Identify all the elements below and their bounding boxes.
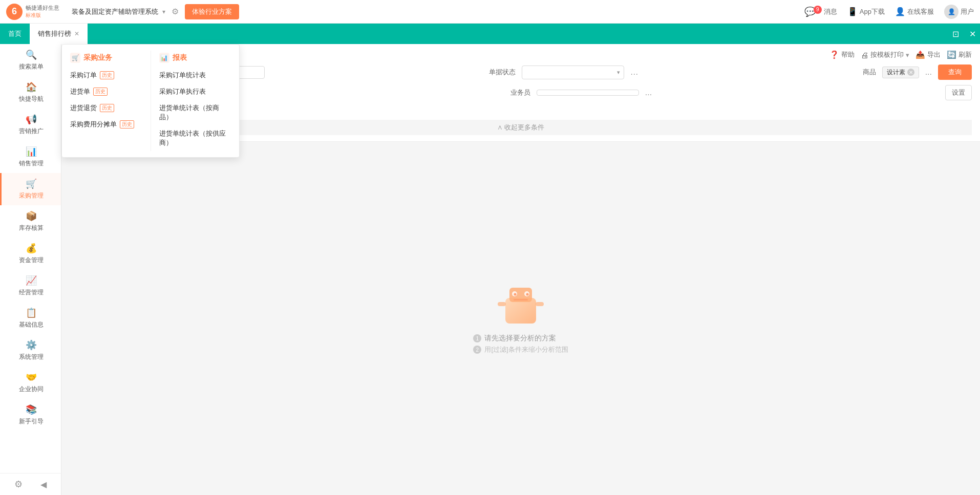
phone-icon: 📱 — [847, 7, 858, 16]
history-badge-1: 历史 — [93, 88, 108, 96]
sidebar-bottom: ⚙ ◀ — [0, 473, 61, 495]
report-col: 📊 报表 采购订单统计表 采购订单执行表 进货单统计表（按商品） 进货单统计表（… — [151, 51, 240, 151]
guide-icon: 📚 — [26, 404, 37, 415]
home-icon: 🏠 — [26, 81, 37, 93]
purchase-section-title-label: 采购业务 — [83, 53, 112, 62]
dropdown-item-incoming[interactable]: 进货单 历史 — [66, 83, 146, 100]
dropdown-item-incoming-return[interactable]: 进货退货 历史 — [66, 100, 146, 116]
doc-status-dots[interactable]: … — [630, 68, 638, 77]
empty-hint-1-text: 请先选择要分析的方案 — [484, 334, 556, 343]
empty-state: 1 请先选择要分析的方案 2 用[过滤]条件来缩小分析范围 — [61, 142, 980, 495]
sidebar-item-fund[interactable]: 💰 资金管理 — [0, 238, 61, 270]
sidebar-item-quick-nav[interactable]: 🏠 快捷导航 — [0, 76, 61, 109]
logo-area: 6 畅捷通好生意 标准版 — [6, 4, 68, 20]
empty-illustration — [495, 283, 546, 329]
sidebar-item-guide-label: 新手引导 — [19, 417, 44, 426]
notification-area[interactable]: 💬 9 消息 — [804, 6, 837, 17]
print-label: 按模板打印 — [870, 50, 904, 59]
sidebar-item-purchase-label: 采购管理 — [19, 191, 44, 200]
query-button[interactable]: 查询 — [938, 64, 972, 80]
system-title: 装备及固定资产辅助管理系统 — [72, 7, 158, 16]
print-button[interactable]: 🖨 按模板打印 ▾ — [861, 50, 909, 59]
purchase-expense-label: 采购费用分摊单 — [70, 120, 117, 129]
salesman-label: 业务员 — [510, 88, 530, 97]
system-icon: ⚙️ — [26, 339, 37, 351]
incoming-return-label: 进货退货 — [70, 103, 97, 113]
report-2-label: 进货单统计表（按商品） — [159, 103, 231, 122]
purchase-dropdown-menu: 🛒 采购业务 采购订单 历史 进货单 历史 进货退货 历史 采购费用分摊单 历史 — [61, 44, 240, 158]
sidebar-item-operation[interactable]: 📈 经营管理 — [0, 270, 61, 302]
sidebar-item-basic-info[interactable]: 📋 基础信息 — [0, 302, 61, 334]
goods-tag-close[interactable]: ✕ — [907, 69, 914, 76]
online-service[interactable]: 👤 在线客服 — [895, 7, 934, 16]
notification-count: 9 — [814, 6, 822, 14]
tab-sales-rank[interactable]: 销售排行榜 ✕ — [30, 24, 88, 44]
sidebar-item-operation-label: 经营管理 — [19, 288, 44, 297]
trial-button[interactable]: 体验行业方案 — [185, 4, 239, 19]
service-icon: 👤 — [895, 7, 905, 16]
dropdown-item-purchase-order[interactable]: 采购订单 历史 — [66, 67, 146, 83]
print-dropdown-icon[interactable]: ▾ — [906, 51, 909, 59]
svg-point-4 — [514, 293, 517, 296]
sidebar-item-marketing[interactable]: 📢 营销推广 — [0, 109, 61, 141]
sidebar-item-purchase[interactable]: 🛒 采购管理 — [0, 173, 61, 205]
purchase-order-label: 采购订单 — [70, 71, 97, 80]
sidebar-collapse-icon[interactable]: ◀ — [40, 480, 47, 489]
salesman-input[interactable] — [537, 90, 639, 96]
empty-hint-2: 2 用[过滤]条件来缩小分析范围 — [473, 345, 568, 354]
settings-button[interactable]: 设置 — [945, 85, 972, 100]
doc-status-select[interactable] — [522, 66, 624, 79]
sidebar-settings-icon[interactable]: ⚙ — [14, 479, 23, 490]
hint1-icon: 1 — [473, 334, 481, 342]
system-settings-icon[interactable]: ⚙ — [172, 7, 179, 16]
sidebar-item-quick-nav-label: 快捷导航 — [19, 95, 44, 103]
help-icon: ❓ — [829, 50, 839, 59]
enterprise-icon: 🤝 — [26, 372, 37, 383]
user-area[interactable]: 👤 用户 — [944, 5, 974, 19]
tab-expand-icon[interactable]: ⊡ — [946, 29, 965, 39]
sidebar-item-system[interactable]: ⚙️ 系统管理 — [0, 334, 61, 367]
purchase-section-title: 🛒 采购业务 — [66, 51, 146, 67]
dropdown-item-report-0[interactable]: 采购订单统计表 — [155, 67, 236, 83]
app-download[interactable]: 📱 App下载 — [847, 7, 885, 16]
collapse-label: 收起更多条件 — [504, 123, 544, 131]
sidebar-item-enterprise[interactable]: 🤝 企业协同 — [0, 367, 61, 399]
tab-close-icon[interactable]: ✕ — [74, 30, 79, 37]
doc-status-label: 单据状态 — [489, 68, 516, 77]
system-title-area: 装备及固定资产辅助管理系统 ▾ ⚙ — [72, 7, 179, 16]
operation-icon: 📈 — [26, 275, 37, 286]
report-section-title-label: 报表 — [173, 53, 187, 62]
sidebar-item-guide[interactable]: 📚 新手引导 — [0, 399, 61, 431]
sidebar-item-sales[interactable]: 📊 销售管理 — [0, 141, 61, 173]
sidebar-item-fund-label: 资金管理 — [19, 256, 44, 265]
purchase-col: 🛒 采购业务 采购订单 历史 进货单 历史 进货退货 历史 采购费用分摊单 历史 — [62, 51, 151, 151]
dropdown-item-report-2[interactable]: 进货单统计表（按商品） — [155, 100, 236, 125]
notification-label: 消息 — [824, 7, 837, 16]
empty-svg — [495, 283, 546, 329]
history-badge-0: 历史 — [100, 71, 114, 79]
doc-status-select-wrapper — [522, 66, 624, 79]
app-edition: 标准版 — [26, 12, 59, 19]
dropdown-item-report-1[interactable]: 采购订单执行表 — [155, 83, 236, 100]
svg-rect-8 — [536, 302, 544, 306]
export-label: 导出 — [927, 50, 941, 59]
sidebar-item-inventory[interactable]: 📦 库存核算 — [0, 205, 61, 238]
sidebar-item-system-label: 系统管理 — [19, 353, 44, 361]
salesman-dots[interactable]: ... — [645, 88, 652, 97]
avatar: 👤 — [944, 5, 958, 19]
main-layout: 🔍 搜索菜单 🏠 快捷导航 📢 营销推广 📊 销售管理 🛒 采购管理 📦 库存核… — [0, 44, 980, 495]
online-service-label: 在线客服 — [907, 7, 934, 16]
help-button[interactable]: ❓ 帮助 — [829, 50, 855, 59]
system-title-dropdown-arrow[interactable]: ▾ — [162, 8, 165, 15]
tab-close-all-icon[interactable]: ✕ — [965, 29, 980, 39]
refresh-button[interactable]: 🔄 刷新 — [947, 50, 972, 59]
report-1-label: 采购订单执行表 — [159, 87, 206, 96]
svg-rect-6 — [514, 299, 528, 300]
dropdown-item-purchase-expense[interactable]: 采购费用分摊单 历史 — [66, 116, 146, 133]
tab-home[interactable]: 首页 — [0, 24, 30, 44]
dropdown-item-report-3[interactable]: 进货单统计表（按供应商） — [155, 125, 236, 151]
export-button[interactable]: 📤 导出 — [915, 50, 941, 59]
sidebar-item-search[interactable]: 🔍 搜索菜单 — [0, 44, 61, 76]
export-icon: 📤 — [915, 50, 925, 59]
goods-dots[interactable]: ... — [925, 68, 932, 77]
